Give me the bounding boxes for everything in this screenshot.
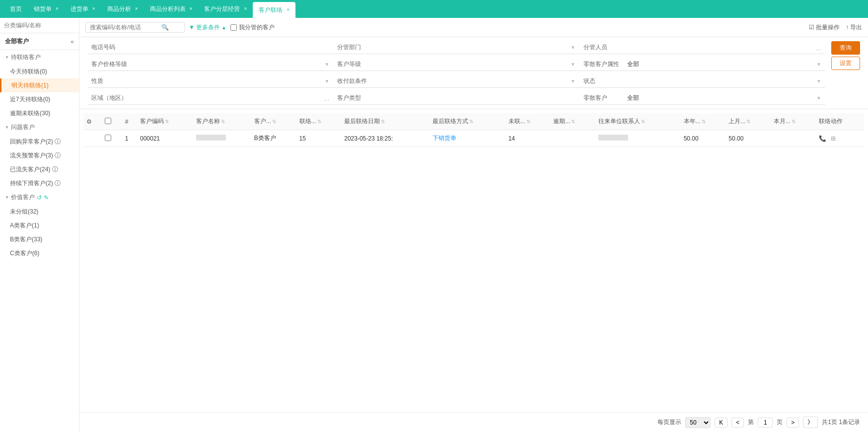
col-name[interactable]: 客户名称⇅ <box>193 113 251 130</box>
nav-product-analysis[interactable]: 商品分析 × <box>101 0 144 18</box>
grid-action-icon[interactable]: ⊞ <box>831 135 836 142</box>
nav-purchase[interactable]: 进货单 × <box>65 0 101 18</box>
nav-home[interactable]: 首页 <box>4 0 28 18</box>
query-button[interactable]: 查询 <box>831 41 860 55</box>
phone-action-icon[interactable]: 📞 <box>819 135 826 142</box>
cell-action: 📞 ⊞ <box>816 130 864 147</box>
sort-icon: ⇅ <box>317 119 321 124</box>
collapse-icon[interactable]: « <box>71 38 74 45</box>
edit-icon[interactable]: ✎ <box>44 194 49 201</box>
right-actions: ☑ 批量操作 ↑ 导出 <box>809 23 862 32</box>
filter-dept-dropdown[interactable]: ▼ <box>381 45 575 50</box>
sidebar-search-bar: 🔍 <box>0 18 79 33</box>
filter-payment-dropdown[interactable]: ▼ <box>381 78 575 84</box>
close-icon[interactable]: × <box>190 0 193 18</box>
nav-sales[interactable]: 销货单 × <box>28 0 65 18</box>
col-last-contact-way[interactable]: 最后联络方式⇅ <box>430 113 505 130</box>
settings-icon[interactable]: ⚙ <box>86 118 92 125</box>
sidebar-all-customers[interactable]: 全部客户 « <box>0 33 79 50</box>
select-all-checkbox[interactable] <box>105 118 111 124</box>
col-contact[interactable]: 联络...⇅ <box>296 113 342 130</box>
col-this-year[interactable]: 本年...⇅ <box>681 113 726 130</box>
sidebar-search-input[interactable] <box>4 22 78 29</box>
filter-retail-dropdown[interactable]: 全部▼ <box>627 60 821 69</box>
filter-phone: 电话号码 <box>87 41 333 54</box>
sidebar-section-value[interactable]: 价值客户 ↺ ✎ <box>0 190 79 205</box>
customer-table: ⚙ # 客户编码⇅ 客户名称⇅ <box>83 113 864 147</box>
col-this-month[interactable]: 本月...⇅ <box>771 113 816 130</box>
more-filter-button[interactable]: ▼ 更多条件 ▲ <box>189 23 226 32</box>
sidebar-item-churned[interactable]: 已流失客户(24) ⓘ <box>0 162 79 176</box>
cell-last-month: 50.00 <box>725 130 771 147</box>
export-button[interactable]: ↑ 导出 <box>846 23 862 32</box>
refresh-icon[interactable]: ↺ <box>37 194 42 201</box>
sidebar-item-c-class[interactable]: C类客户(6) <box>0 246 79 260</box>
filter-status-label: 状态 <box>583 77 623 85</box>
filter-row-2: 客户价格等级 ▼ 客户等级 ▼ 零散客户属性 <box>87 58 825 71</box>
cell-checkbox[interactable] <box>102 130 122 147</box>
nav-customer-tier[interactable]: 客户分层经营 × <box>198 0 253 18</box>
my-customer-checkbox[interactable]: 我分管的客户 <box>230 23 275 32</box>
sidebar-item-7days[interactable]: 近7天待联络(0) <box>0 92 79 106</box>
col-type[interactable]: 客户...⇅ <box>251 113 296 130</box>
my-customer-check-input[interactable] <box>230 24 237 31</box>
sidebar-item-b-class[interactable]: B类客户(33) <box>0 232 79 246</box>
filter-nature-dropdown[interactable]: ▼ <box>135 78 329 84</box>
sidebar-item-a-class[interactable]: A类客户(1) <box>0 218 79 232</box>
col-action: 联络动作 <box>816 113 864 130</box>
nav-customer-contact[interactable]: 客户联络 × <box>253 2 295 18</box>
sidebar-item-tomorrow[interactable]: 明天待联络(1) <box>0 78 79 92</box>
cell-last-way[interactable]: 下销货单 <box>430 130 505 147</box>
col-overdue[interactable]: 逾期...⇅ <box>550 113 595 130</box>
col-code[interactable]: 客户编码⇅ <box>137 113 193 130</box>
col-unit-contact[interactable]: 往来单位联系人⇅ <box>595 113 681 130</box>
col-last-contact-date[interactable]: 最后联络日期⇅ <box>341 113 430 130</box>
col-checkbox[interactable] <box>102 113 122 130</box>
prev-page-button[interactable]: < <box>731 418 744 428</box>
filter-price-dropdown[interactable]: ▼ <box>135 62 329 67</box>
filter-level-dropdown[interactable]: ▼ <box>381 62 575 67</box>
sort-icon: ⇅ <box>702 119 706 124</box>
filter-action-buttons: 查询 设置 <box>831 41 860 70</box>
last-page-button[interactable]: 》 <box>803 417 818 428</box>
per-page-label: 每页显示 <box>657 418 681 427</box>
close-icon[interactable]: × <box>244 0 247 18</box>
filter-dept-label: 分管部门 <box>337 43 377 52</box>
sidebar-item-overdue[interactable]: 逾期未联络(30) <box>0 106 79 120</box>
main-search-input[interactable] <box>90 24 159 31</box>
close-icon[interactable]: × <box>287 2 289 18</box>
nav-product-analysis-list[interactable]: 商品分析列表 × <box>144 0 199 18</box>
first-page-button[interactable]: K <box>715 418 727 428</box>
per-page-select[interactable]: 50 100 200 <box>685 417 711 428</box>
sidebar-item-ungrouped[interactable]: 未分组(32) <box>0 205 79 218</box>
setting-button[interactable]: 设置 <box>831 57 860 70</box>
sidebar-item-today[interactable]: 今天待联络(0) <box>0 65 79 78</box>
last-way-link[interactable]: 下销货单 <box>433 135 456 142</box>
batch-op-button[interactable]: ☑ 批量操作 <box>809 23 840 32</box>
sidebar-item-repurchase-abnormal[interactable]: 回购异常客户(2) ⓘ <box>0 135 79 148</box>
sidebar-item-declining[interactable]: 持续下滑客户(2) ⓘ <box>0 176 79 190</box>
sidebar-section-problem[interactable]: 问题客户 <box>0 120 79 135</box>
col-last-month[interactable]: 上月...⇅ <box>725 113 771 130</box>
col-uncontact[interactable]: 未联...⇅ <box>506 113 551 130</box>
close-icon[interactable]: × <box>92 0 95 18</box>
filter-level-label: 客户等级 <box>337 60 377 69</box>
search-icon[interactable]: 🔍 <box>161 24 169 31</box>
cell-uncontact: 14 <box>506 130 551 147</box>
row-checkbox[interactable] <box>105 135 111 141</box>
next-page-button[interactable]: > <box>787 418 799 428</box>
page-input[interactable] <box>758 418 773 428</box>
filter-status-dropdown[interactable]: ▼ <box>627 78 821 84</box>
filter-region-dots[interactable]: ... <box>135 94 329 102</box>
close-icon[interactable]: × <box>56 0 59 18</box>
filter-person-dots[interactable]: ... <box>627 44 821 52</box>
close-icon[interactable]: × <box>135 0 138 18</box>
filter-price-label: 客户价格等级 <box>91 60 131 69</box>
filter-retail-customer-dropdown[interactable]: 全部▼ <box>627 94 821 102</box>
sidebar-section-pending[interactable]: 待联络客户 <box>0 50 79 65</box>
sidebar-item-churn-warning[interactable]: 流失预警客户(3) ⓘ <box>0 148 79 162</box>
filter-payment-label: 收付款条件 <box>337 77 377 85</box>
filter-region: 区域（地区） ... <box>87 92 333 105</box>
col-settings[interactable]: ⚙ <box>83 113 102 130</box>
sort-icon: ⇅ <box>746 119 750 124</box>
